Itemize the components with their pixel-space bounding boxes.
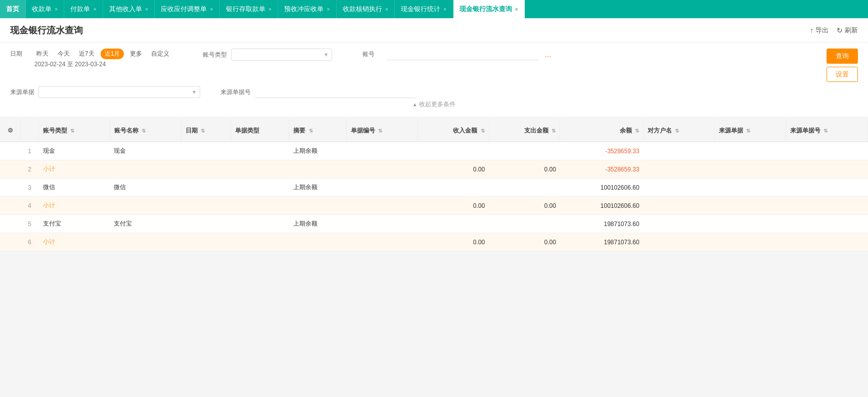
date-yesterday[interactable]: 昨天 [33,49,52,59]
nav-prepay-offset[interactable]: 预收冲应收单 × [278,0,336,18]
cell-account-type: 支付宝 [39,215,110,233]
account-type-select[interactable]: ▾ [231,49,332,61]
gear-settings-icon[interactable]: ⚙ [4,124,16,137]
cell-date [181,233,231,251]
filter-second-row: 来源单据 ▾ 来源单据号 [10,86,858,98]
date-custom[interactable]: 自定义 [148,49,172,59]
cell-balance: -3528659.33 [560,142,644,160]
sort-expense-icon[interactable]: ⇅ [552,128,556,134]
cell-rownum: 1 [21,142,39,160]
cell-expense [489,179,560,197]
cell-rownum: 5 [21,215,39,233]
cell-gear [0,160,21,179]
sort-date-icon[interactable]: ⇅ [201,128,205,134]
refresh-button[interactable]: ↻ 刷新 [837,26,858,35]
close-flow-icon[interactable]: × [515,6,518,12]
col-expense: 支出金额 ⇅ [489,119,560,142]
cell-balance: 100102606.60 [560,179,644,197]
sort-counterparty-icon[interactable]: ⇅ [675,128,679,134]
settings-button[interactable]: 设置 [827,67,858,82]
date-today[interactable]: 今天 [55,49,73,59]
sort-account-name-icon[interactable]: ⇅ [142,128,146,134]
close-stat-icon[interactable]: × [443,6,446,12]
export-icon: ↑ [810,26,813,34]
sort-summary-icon[interactable]: ⇅ [309,128,313,134]
header-actions: ↑ 导出 ↻ 刷新 [810,26,858,35]
cell-gear [0,142,21,160]
sort-doc-no-icon[interactable]: ⇅ [378,128,382,134]
date-filter-group: 日期 昨天 今天 近7天 近1月 更多 自定义 2023-02-24 至 202… [10,49,172,69]
source-doc-select[interactable]: ▾ [38,86,200,98]
cell-rownum: 3 [21,179,39,197]
cell-doc-no [346,179,418,197]
cell-balance: 19871073.60 [560,215,644,233]
nav-cash-bank-flow[interactable]: 现金银行流水查询 × [453,0,525,18]
close-payment-icon[interactable]: × [93,6,96,12]
refresh-icon: ↻ [837,26,843,34]
date-last1m[interactable]: 近1月 [101,49,124,59]
close-ap-ar-icon[interactable]: × [210,6,213,12]
cell-expense [489,142,560,160]
source-doc-no-input[interactable] [255,86,417,98]
col-account-name: 账号名称 ⇅ [110,119,181,142]
cell-gear [0,233,21,251]
account-no-label: 账号 [362,50,383,59]
account-type-label: 账号类型 [203,51,227,59]
nav-cash-bank-stat[interactable]: 现金银行统计 × [395,0,453,18]
col-gear: ⚙ [0,119,21,142]
col-balance: 余额 ⇅ [560,119,644,142]
nav-ap-ar-adjust[interactable]: 应收应付调整单 × [155,0,219,18]
cell-rownum: 2 [21,160,39,179]
cell-doc-type [231,233,289,251]
cell-rownum: 4 [21,197,39,215]
cell-doc-no [346,197,418,215]
account-no-dots-button[interactable]: ... [542,50,553,59]
col-source-doc-no: 来源单据号 ⇅ [786,119,867,142]
sort-balance-icon[interactable]: ⇅ [635,128,639,134]
account-no-input[interactable] [387,49,538,60]
cell-expense: 0.00 [489,197,560,215]
cell-doc-no [346,233,418,251]
cell-counterparty [644,160,715,179]
cell-source-doc-no [786,179,867,197]
close-other-income-icon[interactable]: × [145,6,148,12]
cell-balance: 19871073.60 [560,233,644,251]
sort-income-icon[interactable]: ⇅ [481,128,485,134]
cell-income: 0.00 [418,233,489,251]
cell-doc-type [231,179,289,197]
sort-source-doc-icon[interactable]: ⇅ [746,128,750,134]
close-collection-icon[interactable]: × [385,6,388,12]
nav-collection-exec[interactable]: 收款核销执行 × [337,0,395,18]
cell-account-type: 小计 [39,160,110,179]
sort-source-doc-no-icon[interactable]: ⇅ [824,128,828,134]
nav-home[interactable]: 首页 [0,0,26,18]
query-button[interactable]: 查询 [827,49,858,64]
date-shortcuts: 昨天 今天 近7天 近1月 更多 自定义 [33,49,172,59]
source-doc-group: 来源单据 ▾ [10,86,200,98]
cell-source-doc-no [786,215,867,233]
cell-summary [289,160,347,179]
source-doc-chevron-icon: ▾ [193,89,196,96]
date-last7[interactable]: 近7天 [76,49,98,59]
close-receipt-icon[interactable]: × [55,6,58,12]
nav-other-income[interactable]: 其他收入单 × [103,0,155,18]
export-button[interactable]: ↑ 导出 [810,26,829,35]
cell-doc-type [231,142,289,160]
cell-account-type: 小计 [39,233,110,251]
cell-doc-type [231,160,289,179]
cell-expense: 0.00 [489,160,560,179]
collapse-bar[interactable]: ▲ 收起更多条件 [10,98,858,111]
nav-payment[interactable]: 付款单 × [64,0,103,18]
nav-bank-deposit[interactable]: 银行存取款单 × [220,0,278,18]
close-bank-deposit-icon[interactable]: × [268,6,271,12]
data-table: ⚙ 账号类型 ⇅ 账号名称 ⇅ 日期 ⇅ 单据类型 [0,119,868,251]
cell-date [181,215,231,233]
cell-doc-type [231,215,289,233]
close-prepay-icon[interactable]: × [327,6,330,12]
cell-source-doc-no [786,142,867,160]
date-more[interactable]: 更多 [127,49,145,59]
nav-receipt[interactable]: 收款单 × [26,0,64,18]
cell-rownum: 6 [21,233,39,251]
cell-source-doc-no [786,160,867,179]
sort-account-type-icon[interactable]: ⇅ [70,128,74,134]
